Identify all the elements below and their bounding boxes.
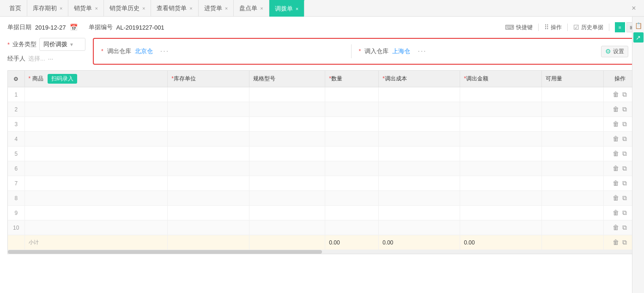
- cell-qty[interactable]: [325, 191, 379, 206]
- cell-unit[interactable]: [168, 146, 249, 161]
- in-warehouse-value[interactable]: 上海仓: [392, 47, 410, 55]
- cell-available[interactable]: [541, 220, 603, 235]
- cell-available[interactable]: [541, 161, 603, 176]
- history-button[interactable]: ☑ 历史单据: [573, 24, 603, 31]
- cell-unit[interactable]: [168, 161, 249, 176]
- cell-goods[interactable]: [24, 206, 168, 220]
- cell-unit[interactable]: [168, 117, 249, 132]
- cell-available[interactable]: [541, 117, 603, 132]
- cell-amount[interactable]: [460, 87, 541, 102]
- cell-available[interactable]: [541, 206, 603, 220]
- copy-icon[interactable]: ⧉: [622, 179, 627, 187]
- cell-qty[interactable]: [325, 146, 379, 161]
- copy-icon[interactable]: ⧉: [622, 150, 627, 157]
- cell-qty[interactable]: [325, 132, 379, 146]
- tab-sales-history-close[interactable]: ×: [142, 6, 145, 11]
- cell-spec[interactable]: [249, 132, 325, 146]
- cell-cost[interactable]: [378, 220, 460, 235]
- tab-inventory-init-close[interactable]: ×: [60, 6, 62, 11]
- delete-icon[interactable]: 🗑: [613, 91, 619, 98]
- close-all-button[interactable]: ×: [627, 2, 640, 15]
- cell-qty[interactable]: [325, 87, 379, 102]
- tab-sales-order[interactable]: 销货单 ×: [68, 0, 103, 17]
- cell-cost[interactable]: [378, 102, 460, 117]
- tab-inventory-init[interactable]: 库存期初 ×: [27, 0, 68, 17]
- cell-cost[interactable]: [378, 176, 460, 191]
- tab-transfer[interactable]: 调拨单 ×: [269, 0, 304, 17]
- cell-cost[interactable]: [378, 191, 460, 206]
- copy-icon[interactable]: ⧉: [622, 209, 627, 216]
- cell-spec[interactable]: [249, 87, 325, 102]
- cell-goods[interactable]: [24, 161, 168, 176]
- cell-available[interactable]: [541, 176, 603, 191]
- cell-unit[interactable]: [168, 132, 249, 146]
- cell-unit[interactable]: [168, 206, 249, 220]
- cell-unit[interactable]: [168, 220, 249, 235]
- copy-icon[interactable]: ⧉: [622, 165, 627, 172]
- shortcut-button[interactable]: ⌨ 快捷键: [505, 24, 533, 31]
- tab-view-sales-close[interactable]: ×: [189, 6, 192, 11]
- cell-amount[interactable]: [460, 191, 541, 206]
- cell-qty[interactable]: [325, 176, 379, 191]
- tab-stocktake[interactable]: 盘点单 ×: [234, 0, 269, 17]
- copy-icon[interactable]: ⧉: [622, 105, 627, 113]
- cell-spec[interactable]: [249, 146, 325, 161]
- cell-cost[interactable]: [378, 146, 460, 161]
- layout-list-button[interactable]: ≡: [615, 22, 625, 32]
- cell-unit[interactable]: [168, 87, 249, 102]
- cell-goods[interactable]: [24, 146, 168, 161]
- cell-spec[interactable]: [249, 102, 325, 117]
- tab-view-sales[interactable]: 查看销货单 ×: [151, 0, 198, 17]
- cell-amount[interactable]: [460, 146, 541, 161]
- side-export-icon[interactable]: ↗: [633, 32, 644, 43]
- delete-icon[interactable]: 🗑: [613, 209, 619, 216]
- cell-qty[interactable]: [325, 102, 379, 117]
- delete-icon[interactable]: 🗑: [613, 150, 619, 157]
- cell-qty[interactable]: [325, 220, 379, 235]
- out-warehouse-value[interactable]: 北京仓: [135, 47, 153, 55]
- cell-available[interactable]: [541, 191, 603, 206]
- cell-available[interactable]: [541, 132, 603, 146]
- cell-qty[interactable]: [325, 206, 379, 220]
- delete-icon[interactable]: 🗑: [613, 165, 619, 172]
- side-doc-icon[interactable]: 📋: [633, 20, 644, 31]
- out-warehouse-dots[interactable]: ···: [160, 47, 169, 55]
- cell-cost[interactable]: [378, 132, 460, 146]
- handler-dots[interactable]: ···: [48, 55, 54, 62]
- cell-qty[interactable]: [325, 161, 379, 176]
- cell-cost[interactable]: [378, 206, 460, 220]
- cell-amount[interactable]: [460, 176, 541, 191]
- tab-home[interactable]: 首页: [4, 0, 27, 17]
- cell-available[interactable]: [541, 146, 603, 161]
- operation-button[interactable]: ⠿ 操作: [544, 24, 562, 31]
- copy-icon[interactable]: ⧉: [622, 91, 627, 98]
- cell-amount[interactable]: [460, 132, 541, 146]
- cell-amount[interactable]: [460, 206, 541, 220]
- cell-spec[interactable]: [249, 161, 325, 176]
- cell-amount[interactable]: [460, 117, 541, 132]
- copy-icon[interactable]: ⧉: [622, 135, 627, 142]
- handler-placeholder[interactable]: 选择...: [28, 55, 45, 63]
- tab-sales-history[interactable]: 销货单历史 ×: [104, 0, 151, 17]
- cell-unit[interactable]: [168, 191, 249, 206]
- cell-cost[interactable]: [378, 117, 460, 132]
- th-settings[interactable]: ⚙: [8, 71, 24, 87]
- scan-button[interactable]: 扫码录入: [48, 74, 77, 84]
- calendar-icon[interactable]: 📅: [70, 24, 78, 31]
- delete-icon[interactable]: 🗑: [613, 105, 619, 113]
- cell-goods[interactable]: [24, 132, 168, 146]
- cell-spec[interactable]: [249, 117, 325, 132]
- tab-purchase[interactable]: 进货单 ×: [199, 0, 234, 17]
- copy-icon[interactable]: ⧉: [622, 194, 627, 201]
- delete-icon[interactable]: 🗑: [613, 135, 619, 142]
- delete-icon[interactable]: 🗑: [613, 194, 619, 201]
- cell-goods[interactable]: [24, 191, 168, 206]
- cell-spec[interactable]: [249, 220, 325, 235]
- cell-available[interactable]: [541, 102, 603, 117]
- in-warehouse-dots[interactable]: ···: [418, 47, 426, 55]
- settings-button[interactable]: ⚙ 设置: [601, 46, 628, 57]
- cell-goods[interactable]: [24, 220, 168, 235]
- cell-spec[interactable]: [249, 176, 325, 191]
- cell-unit[interactable]: [168, 102, 249, 117]
- cell-amount[interactable]: [460, 102, 541, 117]
